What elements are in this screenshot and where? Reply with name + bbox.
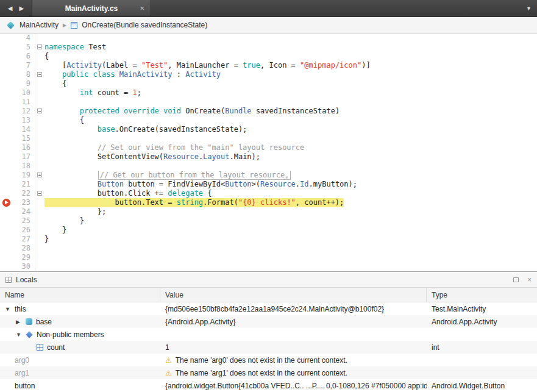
breakpoint-margin[interactable] bbox=[0, 207, 13, 216]
code-line[interactable]: 23 button.Text = string.Format("{0} clic… bbox=[0, 198, 537, 207]
breakpoint-margin[interactable] bbox=[0, 88, 13, 98]
breakpoint-margin[interactable] bbox=[0, 262, 13, 271]
breadcrumb-class[interactable]: MainActivity bbox=[20, 21, 59, 29]
expander-icon[interactable]: ▶ bbox=[16, 319, 26, 325]
code-line[interactable]: 16 // Set our view from the "main" layou… bbox=[0, 143, 537, 152]
fold-marker-icon[interactable] bbox=[37, 72, 42, 77]
breakpoint-margin[interactable] bbox=[0, 180, 13, 189]
fold-margin[interactable] bbox=[35, 107, 44, 116]
expander-icon[interactable]: ▼ bbox=[5, 306, 15, 312]
breakpoint-margin[interactable] bbox=[0, 143, 13, 152]
code-line[interactable]: 28 bbox=[0, 244, 537, 253]
breakpoint-margin[interactable] bbox=[0, 98, 13, 107]
code-token bbox=[119, 107, 124, 115]
code-token: Activity bbox=[66, 61, 102, 69]
forward-icon[interactable]: ▶ bbox=[20, 5, 24, 12]
dock-icon[interactable] bbox=[513, 277, 519, 282]
code-line[interactable]: 7 [Activity(Label = "Test", MainLauncher… bbox=[0, 61, 537, 70]
code-token: "Test" bbox=[141, 61, 168, 69]
code-line[interactable]: 22 button.Click += delegate { bbox=[0, 189, 537, 198]
tab-mainactivity[interactable]: MainActivity.cs × bbox=[32, 0, 151, 16]
code-line[interactable]: 12 protected override void OnCreate(Bund… bbox=[0, 107, 537, 116]
variable-value: {android.widget.Button{41cb00a VFED..C..… bbox=[160, 382, 427, 390]
close-panel-icon[interactable]: × bbox=[527, 276, 532, 284]
breakpoint-margin[interactable] bbox=[0, 235, 13, 244]
code-line[interactable]: 24 }; bbox=[0, 207, 537, 216]
code-line[interactable]: 9 { bbox=[0, 79, 537, 88]
breakpoint-margin[interactable] bbox=[0, 226, 13, 235]
breakpoint-margin[interactable] bbox=[0, 198, 13, 207]
code-line[interactable]: 27} bbox=[0, 235, 537, 244]
breakpoint-margin[interactable] bbox=[0, 125, 13, 134]
chevron-down-icon[interactable]: ▼ bbox=[526, 5, 532, 12]
breakpoint-current-line-icon[interactable] bbox=[2, 199, 10, 207]
locals-header[interactable]: Locals × bbox=[0, 272, 537, 288]
code-token: .Main); bbox=[229, 152, 260, 161]
code-line[interactable]: 25 } bbox=[0, 216, 537, 226]
code-line[interactable]: 6{ bbox=[0, 52, 537, 61]
code-line[interactable]: 5namespace Test bbox=[0, 43, 537, 52]
breakpoint-margin[interactable] bbox=[0, 216, 13, 226]
code-line[interactable]: 21 Button button = FindViewById<Button>(… bbox=[0, 180, 537, 189]
code-line[interactable]: 15 bbox=[0, 134, 537, 143]
breakpoint-margin[interactable] bbox=[0, 107, 13, 116]
breakpoint-margin[interactable] bbox=[0, 134, 13, 143]
locals-row[interactable]: arg1⚠The name 'arg1' does not exist in t… bbox=[0, 366, 537, 379]
fold-margin bbox=[35, 125, 44, 134]
breakpoint-margin[interactable] bbox=[0, 162, 13, 171]
fold-marker-icon[interactable] bbox=[37, 191, 42, 196]
locals-row[interactable]: ▶base{Android.App.Activity}Android.App.A… bbox=[0, 315, 537, 328]
breakpoint-margin[interactable] bbox=[0, 52, 13, 61]
code-line[interactable]: 13 { bbox=[0, 116, 537, 125]
breakpoint-margin[interactable] bbox=[0, 116, 13, 125]
line-number: 14 bbox=[13, 125, 35, 134]
code-line[interactable]: 29 bbox=[0, 253, 537, 262]
fold-margin[interactable] bbox=[35, 171, 44, 180]
locals-row[interactable]: ▼Non-public members bbox=[0, 328, 537, 341]
code-token bbox=[88, 70, 93, 79]
locals-panel: Locals × Name Value Type ▼this{md506ee15… bbox=[0, 271, 537, 392]
breadcrumb-method[interactable]: OnCreate(Bundle savedInstanceState) bbox=[82, 21, 207, 29]
breakpoint-margin[interactable] bbox=[0, 189, 13, 198]
breakpoint-margin[interactable] bbox=[0, 79, 13, 88]
code-line[interactable]: 26 } bbox=[0, 226, 537, 235]
fold-marker-icon[interactable] bbox=[37, 109, 42, 113]
code-line[interactable]: 11 bbox=[0, 98, 537, 107]
fold-marker-icon[interactable] bbox=[37, 45, 42, 49]
locals-row[interactable]: button{android.widget.Button{41cb00a VFE… bbox=[0, 379, 537, 392]
code-line[interactable]: 19 // Get our button from the layout res… bbox=[0, 171, 537, 180]
code-line[interactable]: 18 bbox=[0, 162, 537, 171]
code-line[interactable]: 30 bbox=[0, 262, 537, 271]
code-text: Button button = FindViewById<Button>(Res… bbox=[44, 180, 537, 189]
locals-row[interactable]: ▼this{md506ee150bf8cb4fa2e12aa1a945ce2c2… bbox=[0, 302, 537, 315]
fold-margin[interactable] bbox=[35, 70, 44, 79]
locals-row[interactable]: arg0⚠The name 'arg0' does not exist in t… bbox=[0, 354, 537, 366]
code-text: }; bbox=[44, 207, 537, 216]
expander-icon[interactable]: ▼ bbox=[16, 332, 26, 338]
close-icon[interactable]: × bbox=[140, 4, 144, 12]
line-number: 17 bbox=[13, 152, 35, 162]
code-token: base bbox=[98, 125, 115, 134]
code-token: (Label = bbox=[102, 61, 141, 69]
fold-margin bbox=[35, 207, 44, 216]
code-editor[interactable]: 45namespace Test6{7 [Activity(Label = "T… bbox=[0, 34, 537, 271]
breakpoint-margin[interactable] bbox=[0, 34, 13, 43]
code-line[interactable]: 4 bbox=[0, 34, 537, 43]
breakpoint-margin[interactable] bbox=[0, 253, 13, 262]
breakpoint-margin[interactable] bbox=[0, 152, 13, 162]
fold-marker-icon[interactable] bbox=[37, 173, 42, 177]
code-line[interactable]: 10 int count = 1; bbox=[0, 88, 537, 98]
code-token: )] bbox=[361, 61, 370, 69]
fold-margin[interactable] bbox=[35, 43, 44, 52]
breakpoint-margin[interactable] bbox=[0, 171, 13, 180]
fold-margin[interactable] bbox=[35, 189, 44, 198]
code-line[interactable]: 17 SetContentView(Resource.Layout.Main); bbox=[0, 152, 537, 162]
breakpoint-margin[interactable] bbox=[0, 70, 13, 79]
breakpoint-margin[interactable] bbox=[0, 61, 13, 70]
breakpoint-margin[interactable] bbox=[0, 244, 13, 253]
code-line[interactable]: 8 public class MainActivity : Activity bbox=[0, 70, 537, 79]
code-line[interactable]: 14 base.OnCreate(savedInstanceState); bbox=[0, 125, 537, 134]
back-icon[interactable]: ◀ bbox=[8, 5, 13, 12]
breakpoint-margin[interactable] bbox=[0, 43, 13, 52]
locals-row[interactable]: count1int bbox=[0, 341, 537, 354]
